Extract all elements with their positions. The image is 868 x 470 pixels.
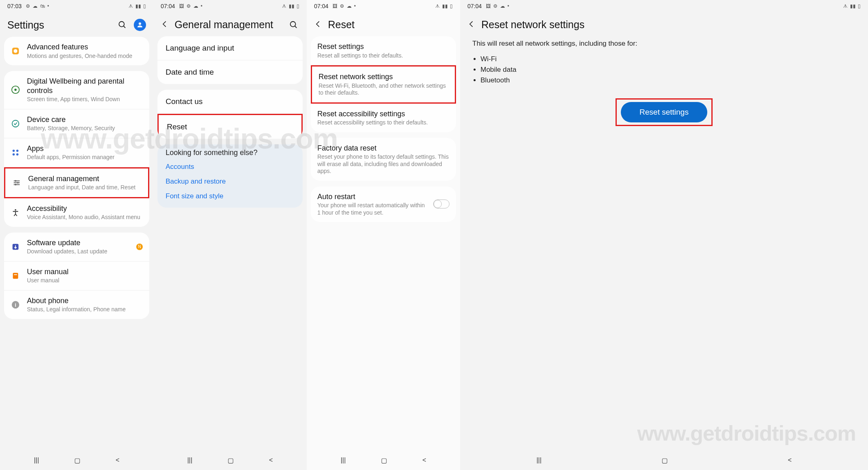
reset-item[interactable]: Reset accessibility settingsReset access… bbox=[311, 104, 456, 132]
svg-point-2 bbox=[139, 22, 141, 25]
card: Language and inputDate and time bbox=[157, 36, 303, 84]
svg-point-8 bbox=[13, 149, 15, 152]
auto-restart-toggle[interactable] bbox=[433, 200, 450, 208]
reset-item[interactable]: Reset settingsReset all settings to thei… bbox=[311, 36, 456, 65]
settings-item-devicecare[interactable]: Device careBattery, Storage, Memory, Sec… bbox=[4, 109, 149, 138]
item-subtitle: Voice Assistant, Mono audio, Assistant m… bbox=[27, 214, 143, 221]
wifi-icon: ⩚ bbox=[282, 3, 287, 9]
page-title: General management bbox=[175, 19, 282, 31]
recents-button[interactable]: ||| bbox=[187, 457, 192, 464]
search-icon[interactable] bbox=[288, 19, 299, 31]
page-title: Reset bbox=[328, 19, 453, 31]
settings-item-a11y[interactable]: AccessibilityVoice Assistant, Mono audio… bbox=[4, 198, 149, 227]
recents-button[interactable]: ||| bbox=[536, 457, 541, 464]
link-backup-and-restore[interactable]: Backup and restore bbox=[157, 174, 303, 189]
item-subtitle: Reset your phone to its factory default … bbox=[317, 153, 450, 175]
link-accounts[interactable]: Accounts bbox=[157, 160, 303, 174]
svg-point-7 bbox=[12, 120, 19, 127]
profile-icon[interactable] bbox=[134, 19, 146, 31]
home-button[interactable]: ▢ bbox=[228, 457, 234, 464]
item-title: General management bbox=[28, 174, 142, 184]
header: General management bbox=[153, 12, 307, 35]
settings-item-apps[interactable]: AppsDefault apps, Permission manager bbox=[4, 138, 149, 167]
home-button[interactable]: ▢ bbox=[381, 457, 387, 464]
item-subtitle: Reset accessibility settings to their de… bbox=[317, 119, 450, 126]
item-title: Software update bbox=[27, 238, 130, 248]
item-title: User manual bbox=[27, 267, 143, 277]
dot-icon: • bbox=[354, 3, 356, 9]
wifi-icon: ⩚ bbox=[843, 3, 848, 9]
back-button[interactable]: < bbox=[269, 457, 272, 464]
svg-point-18 bbox=[15, 209, 16, 211]
gear-icon: ⚙ bbox=[493, 3, 498, 9]
card: Looking for something else? AccountsBack… bbox=[157, 144, 303, 208]
battery-icon: ▯ bbox=[297, 3, 299, 9]
general-mgmt-content: Language and inputDate and time Contact … bbox=[153, 35, 307, 450]
battery-icon: ▯ bbox=[143, 3, 146, 9]
swupdate-icon bbox=[11, 242, 20, 252]
advanced-icon bbox=[11, 46, 20, 56]
settings-item-about[interactable]: iAbout phoneStatus, Legal information, P… bbox=[4, 290, 149, 319]
back-button[interactable]: < bbox=[115, 457, 119, 464]
item-subtitle: Status, Legal information, Phone name bbox=[27, 306, 143, 313]
reset-content: Reset settingsReset all settings to thei… bbox=[307, 35, 460, 450]
recents-button[interactable]: ||| bbox=[341, 457, 345, 464]
reset-item[interactable]: Reset network settingsReset Wi-Fi, Bluet… bbox=[311, 65, 456, 104]
item-title: Apps bbox=[27, 144, 143, 153]
card: Auto restartYour phone will restart auto… bbox=[311, 186, 456, 222]
navbar: ||| ▢ < bbox=[460, 450, 868, 470]
svg-point-10 bbox=[13, 153, 15, 155]
item-subtitle: Reset all settings to their defaults. bbox=[317, 52, 450, 60]
search-icon[interactable] bbox=[117, 19, 128, 31]
back-icon[interactable] bbox=[314, 20, 322, 30]
page-title: Reset network settings bbox=[481, 19, 861, 31]
settings-item-genmgmt[interactable]: General managementLanguage and input, Da… bbox=[4, 167, 149, 198]
item-subtitle: Language and input, Date and time, Reset bbox=[28, 184, 142, 191]
item-title: Digital Wellbeing and parental controls bbox=[27, 77, 143, 95]
list-item[interactable]: Language and input bbox=[157, 36, 303, 60]
back-icon[interactable] bbox=[467, 20, 476, 30]
back-button[interactable]: < bbox=[422, 457, 426, 464]
home-button[interactable]: ▢ bbox=[74, 457, 80, 464]
recents-button[interactable]: ||| bbox=[34, 457, 39, 464]
header: Reset bbox=[307, 12, 460, 35]
navbar: ||| ▢ < bbox=[307, 450, 460, 470]
bullet-item: Mobile data bbox=[480, 64, 864, 75]
back-icon[interactable] bbox=[161, 20, 169, 30]
home-button[interactable]: ▢ bbox=[662, 457, 668, 464]
card: Factory data resetReset your phone to it… bbox=[311, 138, 456, 181]
settings-item-manual[interactable]: User manualUser manual bbox=[4, 262, 149, 290]
svg-point-24 bbox=[290, 21, 296, 27]
link-font-size-and-style[interactable]: Font size and style bbox=[157, 189, 303, 204]
item-title: Accessibility bbox=[27, 204, 143, 213]
update-badge: N bbox=[136, 244, 143, 250]
svg-point-4 bbox=[13, 49, 17, 53]
svg-point-16 bbox=[17, 182, 19, 184]
phone-reset-network: 07:04 🖼 ⚙ ☁ • ⩚ ▮▮ ▯ Reset network setti… bbox=[460, 0, 868, 470]
settings-list: Advanced featuresMotions and gestures, O… bbox=[0, 35, 153, 450]
list-item[interactable]: Date and time bbox=[157, 60, 303, 84]
reset-item[interactable]: Auto restartYour phone will restart auto… bbox=[311, 186, 456, 222]
gear-icon: ⚙ bbox=[340, 3, 344, 9]
back-button[interactable]: < bbox=[788, 457, 791, 464]
gear-icon: ⚙ bbox=[26, 3, 30, 9]
settings-item-swupdate[interactable]: Software updateDownload updates, Last up… bbox=[4, 233, 149, 262]
settings-item-wellbeing[interactable]: Digital Wellbeing and parental controlsS… bbox=[4, 71, 149, 109]
a11y-icon bbox=[11, 208, 20, 217]
list-item-contact-us[interactable]: Contact us bbox=[157, 90, 303, 114]
item-subtitle: Download updates, Last update bbox=[27, 248, 130, 255]
list-item-reset[interactable]: Reset bbox=[157, 114, 303, 139]
svg-point-6 bbox=[14, 89, 17, 91]
item-subtitle: Your phone will restart automatically wi… bbox=[317, 202, 427, 216]
bullet-list: Wi-FiMobile dataBluetooth bbox=[464, 51, 864, 86]
navbar: ||| ▢ < bbox=[0, 450, 153, 470]
reset-settings-button[interactable]: Reset settings bbox=[621, 102, 707, 122]
settings-item-advanced[interactable]: Advanced featuresMotions and gestures, O… bbox=[4, 37, 149, 65]
header: Reset network settings bbox=[460, 12, 868, 35]
statusbar: 07:04 🖼 ⚙ ☁ • ⩚ ▮▮ ▯ bbox=[307, 0, 460, 12]
dot-icon: • bbox=[47, 3, 49, 9]
reset-item[interactable]: Factory data resetReset your phone to it… bbox=[311, 138, 456, 181]
section-title: Looking for something else? bbox=[157, 144, 303, 160]
card: Contact usReset bbox=[157, 90, 303, 139]
image-icon: 🖼 bbox=[332, 3, 337, 9]
